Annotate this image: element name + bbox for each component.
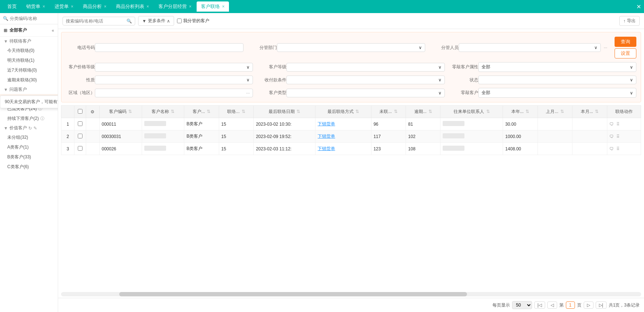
tab-purchase-close[interactable]: × bbox=[71, 4, 73, 9]
method-link[interactable]: 下销货单 bbox=[318, 134, 335, 139]
filter-row-3: 性质 ∨ 收付款条件 ∨ 状态 bbox=[66, 76, 636, 84]
prev-page-button[interactable]: ◁ bbox=[547, 301, 557, 309]
search-input[interactable] bbox=[66, 19, 126, 24]
sidebar-search-input[interactable] bbox=[10, 16, 58, 21]
action-chat-icon[interactable]: 🗨 bbox=[609, 146, 614, 151]
th-no-contact[interactable]: 未联... ⇅ bbox=[371, 106, 406, 118]
tab-product-list[interactable]: 商品分析列表 × bbox=[112, 1, 153, 12]
th-contact[interactable]: 联络... ⇅ bbox=[219, 106, 253, 118]
row-checkbox[interactable] bbox=[78, 134, 82, 138]
tab-product-analysis[interactable]: 商品分析 × bbox=[79, 1, 111, 12]
row-checkbox[interactable] bbox=[78, 146, 82, 151]
sort-month-icon: ⇅ bbox=[595, 109, 599, 114]
manager-more-icon[interactable]: ··· bbox=[604, 45, 607, 50]
cell-last-date: 2023-02-09 19:52: bbox=[254, 130, 315, 143]
tab-product-list-close[interactable]: × bbox=[146, 4, 149, 9]
query-button[interactable]: 查询 bbox=[615, 37, 636, 47]
sidebar-item-declining[interactable]: 持续下滑客户(2) ⓘ bbox=[0, 114, 58, 123]
my-customers-checkbox[interactable] bbox=[177, 19, 182, 23]
method-link[interactable]: 下销货单 bbox=[318, 146, 335, 151]
filter-payment-select[interactable]: ∨ bbox=[286, 76, 444, 84]
last-page-button[interactable]: ▷| bbox=[596, 301, 607, 309]
sidebar-item-tomorrow[interactable]: 明天待联络(1) bbox=[0, 56, 58, 65]
th-settings[interactable]: ⚙ bbox=[86, 106, 100, 118]
filter-zero-customer-select[interactable]: 全部 ∨ bbox=[478, 88, 636, 98]
cell-settings bbox=[86, 118, 100, 130]
region-more-icon[interactable]: ··· bbox=[246, 90, 250, 96]
filter-row-2: 客户价格等级 ∨ 客户等级 ∨ 零敲客户属性 全部 bbox=[66, 62, 636, 72]
tab-customer-contact[interactable]: 客户联络 × bbox=[197, 1, 229, 12]
filter-panel: 电话号码 分管部门 ∨ 分管人员 ∨ ··· bbox=[61, 32, 641, 102]
filter-status-select[interactable]: ∨ bbox=[478, 76, 636, 84]
content-area: 🔍 ▼ 更多条件 ∧ 我分管的客户 ↑ 导出 电话号码 bbox=[58, 13, 644, 312]
filter-manager-select[interactable]: ∨ bbox=[459, 43, 601, 52]
action-more-icon[interactable]: ⠿ bbox=[616, 134, 620, 139]
sidebar-item-ungrouped[interactable]: 未分组(32) bbox=[0, 133, 58, 142]
th-last-date[interactable]: 最后联络日期 ⇅ bbox=[254, 106, 315, 118]
more-conditions-button[interactable]: ▼ 更多条件 ∧ bbox=[138, 16, 174, 26]
filter-nature-select[interactable]: ∨ bbox=[95, 76, 253, 84]
first-page-button[interactable]: |◁ bbox=[534, 301, 545, 309]
filter-dept-select[interactable]: ∨ bbox=[277, 43, 426, 52]
sidebar-item-b-class[interactable]: B类客户(33) bbox=[0, 152, 58, 162]
th-action: 联络动作 bbox=[607, 106, 641, 118]
cell-last-month bbox=[538, 130, 572, 143]
tab-purchase[interactable]: 进货单 × bbox=[50, 1, 78, 12]
sidebar-item-today[interactable]: 今天待联络(0) bbox=[0, 46, 58, 56]
sidebar-all-customers[interactable]: ⊞ 全部客户 « bbox=[0, 24, 58, 37]
row-checkbox[interactable] bbox=[78, 121, 82, 126]
tab-customer-segment[interactable]: 客户分层经营 × bbox=[154, 1, 196, 12]
refresh-icon[interactable]: ↻ bbox=[28, 126, 32, 131]
tab-home[interactable]: 首页 bbox=[3, 1, 21, 12]
filter-customer-type-select[interactable]: ∨ bbox=[286, 89, 444, 97]
horizontal-scrollbar[interactable] bbox=[61, 292, 641, 296]
edit-icon[interactable]: ✎ bbox=[33, 126, 37, 131]
tab-customer-contact-close[interactable]: × bbox=[222, 4, 225, 9]
th-overdue[interactable]: 逾期... ⇅ bbox=[406, 106, 440, 118]
th-this-year[interactable]: 本年... ⇅ bbox=[503, 106, 538, 118]
action-more-icon[interactable]: ⠿ bbox=[616, 146, 620, 151]
cell-settings bbox=[86, 143, 100, 155]
cell-this-year: 1000.00 bbox=[503, 130, 538, 143]
filter-phone-input[interactable] bbox=[95, 43, 243, 52]
sidebar-group-pending[interactable]: ▼ 待联络客户 bbox=[0, 37, 58, 46]
method-link[interactable]: 下销货单 bbox=[318, 121, 335, 126]
select-all-checkbox[interactable] bbox=[78, 109, 82, 114]
th-last-method[interactable]: 最后联络方式 ⇅ bbox=[315, 106, 371, 118]
sidebar-group-value[interactable]: ▼ 价值客户 ↻ ✎ bbox=[0, 123, 58, 133]
action-chat-icon[interactable]: 🗨 bbox=[609, 134, 614, 139]
th-this-month[interactable]: 本月... ⇅ bbox=[572, 106, 607, 118]
tab-sales-close[interactable]: × bbox=[43, 4, 45, 9]
th-code[interactable]: 客户编码 ⇅ bbox=[99, 106, 142, 118]
filter-region-select[interactable]: ··· bbox=[95, 89, 253, 97]
sidebar-item-c-class[interactable]: C类客户(6) bbox=[0, 162, 58, 172]
action-more-icon[interactable]: ⠿ bbox=[616, 122, 620, 127]
chevron-down-icon-9: ∨ bbox=[438, 90, 442, 96]
page-size-select[interactable]: 50 20 100 bbox=[512, 301, 532, 309]
window-close-button[interactable]: ✕ bbox=[636, 3, 641, 10]
action-chat-icon[interactable]: 🗨 bbox=[609, 122, 614, 127]
th-type[interactable]: 客户... ⇅ bbox=[184, 106, 219, 118]
sidebar-item-7days[interactable]: 近7天待联络(0) bbox=[0, 65, 58, 75]
th-last-month[interactable]: 上月... ⇅ bbox=[538, 106, 572, 118]
filter-price-level-select[interactable]: ∨ bbox=[95, 63, 253, 72]
scrollbar-thumb[interactable] bbox=[119, 292, 467, 296]
sidebar-item-overdue[interactable]: 逾期未联络(30) bbox=[0, 75, 58, 85]
next-page-button[interactable]: ▷ bbox=[584, 301, 593, 309]
sidebar-item-a-class[interactable]: A类客户(1) bbox=[0, 142, 58, 152]
th-unit-contact[interactable]: 往来单位联系人 ⇅ bbox=[440, 106, 503, 118]
my-customers-checkbox-label[interactable]: 我分管的客户 bbox=[177, 18, 209, 24]
filter-settings-button[interactable]: 设置 bbox=[615, 48, 636, 58]
tab-sales[interactable]: 销货单 × bbox=[22, 1, 49, 12]
export-button[interactable]: ↑ 导出 bbox=[619, 16, 640, 26]
th-name[interactable]: 客户名称 ⇅ bbox=[142, 106, 184, 118]
search-icon-toolbar[interactable]: 🔍 bbox=[126, 19, 132, 24]
filter-zero-attr-select[interactable]: 全部 ∨ bbox=[478, 62, 636, 72]
filter-customer-level-select[interactable]: ∨ bbox=[286, 63, 444, 72]
cell-name bbox=[142, 130, 184, 143]
sidebar-group-problem[interactable]: ▼ 问题客户 bbox=[0, 85, 58, 94]
tab-product-analysis-close[interactable]: × bbox=[104, 4, 106, 9]
cell-contact: 15 bbox=[219, 130, 253, 143]
tab-customer-segment-close[interactable]: × bbox=[189, 4, 192, 9]
filter-icon: ▼ bbox=[142, 19, 146, 24]
